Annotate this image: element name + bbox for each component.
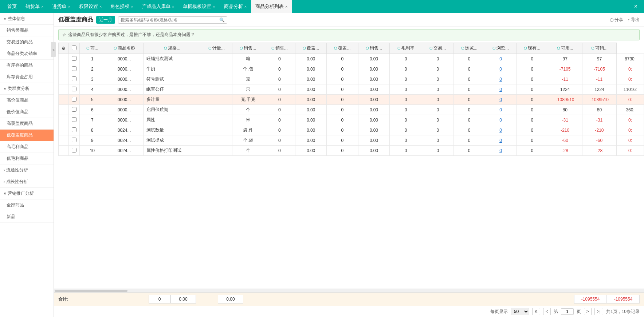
sidebar-item-low-profit[interactable]: 低毛利商品	[0, 153, 54, 165]
row-trade: 0	[453, 135, 485, 146]
row-checkbox[interactable]	[69, 115, 80, 125]
th-cover1[interactable]: ⬡覆盖...	[295, 43, 326, 54]
close-icon[interactable]: ×	[41, 4, 43, 9]
nav-item-sales[interactable]: 销货单 ×	[21, 0, 48, 13]
th-current[interactable]: ⬡现有...	[517, 43, 548, 54]
th-available[interactable]: ⬡可用...	[548, 43, 582, 54]
th-checkbox[interactable]	[69, 43, 80, 54]
th-settings[interactable]: ⚙	[59, 43, 69, 54]
th-spec[interactable]: ⬡规格...	[144, 43, 201, 54]
th-name[interactable]: ⬡商品名称	[105, 43, 144, 54]
th-saleable[interactable]: ⬡可销...	[582, 43, 616, 54]
row-checkbox[interactable]	[69, 95, 80, 105]
nav-item-roles[interactable]: 角色授权 ×	[106, 0, 137, 13]
page-size-select[interactable]: 50 100 200	[511, 308, 529, 315]
close-icon[interactable]: ×	[213, 4, 215, 9]
sidebar-item-traded-goods[interactable]: 交易过的商品	[0, 36, 54, 48]
th-sales3[interactable]: ⬡销售...	[358, 43, 389, 54]
row-checkbox[interactable]	[69, 135, 80, 146]
nav-item-goods-analysis-list[interactable]: 商品分析列表 ×	[251, 0, 292, 13]
window-close-button[interactable]: ×	[631, 3, 641, 10]
row-trade: 0	[453, 74, 485, 84]
row-checkbox[interactable]	[69, 84, 80, 95]
close-icon[interactable]: ×	[99, 4, 102, 9]
row-browse1[interactable]: 0	[485, 135, 516, 146]
close-icon[interactable]: ×	[131, 4, 133, 9]
nav-item-purchase[interactable]: 进货单 ×	[48, 0, 74, 13]
th-sales1[interactable]: ⬡销售...	[232, 43, 264, 54]
th-cover2[interactable]: ⬡覆盖...	[327, 43, 358, 54]
row-browse1[interactable]: 0	[485, 84, 516, 95]
sidebar-section-growth[interactable]: › 成长性分析	[0, 176, 54, 188]
row-browse1[interactable]: 0	[485, 105, 516, 115]
nav-item-goods-analysis[interactable]: 商品分析 ×	[220, 0, 251, 13]
row-checkbox[interactable]	[69, 64, 80, 74]
row-cover2: 0.00	[358, 84, 389, 95]
row-checkbox[interactable]	[69, 125, 80, 135]
row-checkbox[interactable]	[69, 54, 80, 64]
row-checkbox[interactable]	[69, 105, 80, 115]
search-icon[interactable]: 🔍	[219, 17, 225, 23]
period-button[interactable]: 近一月	[96, 16, 115, 24]
search-input[interactable]	[121, 17, 218, 23]
export-button[interactable]: ↑ 导出	[628, 17, 640, 23]
scrollbar-thumb[interactable]	[55, 290, 127, 292]
row-browse1[interactable]: 0	[485, 146, 516, 156]
close-icon[interactable]: ×	[172, 4, 174, 9]
close-icon[interactable]: ×	[244, 4, 247, 9]
table-container[interactable]: ⚙ ⬡商... ⬡商品名称 ⬡规格... ⬡计量... ⬡销售... ⬡销售..…	[54, 43, 644, 289]
th-profit[interactable]: ⬡毛利率	[389, 43, 422, 54]
sidebar-item-all-goods[interactable]: 全部商品	[0, 199, 54, 211]
sidebar-item-high-value[interactable]: 高价值商品	[0, 95, 54, 106]
last-page-button[interactable]: >|	[594, 308, 603, 315]
nav-item-templates[interactable]: 单据模板设置 ×	[178, 0, 219, 13]
next-page-button[interactable]: >	[584, 308, 592, 315]
search-box[interactable]: 🔍	[118, 16, 227, 24]
sidebar-item-low-coverage[interactable]: 低覆盖度商品	[0, 130, 54, 141]
sidebar-item-sales-goods[interactable]: 销售类商品	[0, 25, 54, 36]
row-checkbox[interactable]	[69, 146, 80, 156]
close-icon[interactable]: ×	[285, 4, 287, 9]
close-icon[interactable]: ×	[68, 4, 70, 9]
share-button[interactable]: ⬡ 分享	[610, 17, 623, 23]
row-available: -60	[582, 135, 616, 146]
th-browse2[interactable]: ⬡浏览...	[485, 43, 516, 54]
sidebar-item-category-rate[interactable]: 商品分类动销率	[0, 48, 54, 60]
th-browse1[interactable]: ⬡浏览...	[453, 43, 485, 54]
row-browse2: 0	[517, 54, 548, 64]
horizontal-scrollbar[interactable]	[54, 289, 644, 292]
sidebar-collapse-button[interactable]: «	[51, 42, 56, 57]
first-page-button[interactable]: K	[532, 308, 540, 315]
row-browse1[interactable]: 0	[485, 115, 516, 125]
row-sales2: 0.00	[295, 146, 326, 156]
sidebar-item-high-coverage[interactable]: 高覆盖度商品	[0, 118, 54, 130]
row-browse1[interactable]: 0	[485, 54, 516, 64]
th-unit[interactable]: ⬡计量...	[201, 43, 232, 54]
sidebar-item-low-value[interactable]: 低价值商品	[0, 106, 54, 118]
th-trade[interactable]: ⬡交易...	[422, 43, 453, 54]
sidebar-item-high-profit[interactable]: 高毛利商品	[0, 141, 54, 153]
sidebar-section-circulation[interactable]: › 流通性分析	[0, 165, 54, 176]
sidebar-item-stock-funds[interactable]: 库存资金占用	[0, 71, 54, 83]
nav-item-products[interactable]: 产成品入库单 ×	[138, 0, 178, 13]
select-all-checkbox[interactable]	[72, 45, 76, 50]
current-page-input[interactable]: 1	[561, 308, 574, 315]
row-browse1[interactable]: 0	[485, 125, 516, 135]
prev-page-button[interactable]: <	[543, 308, 551, 315]
th-code[interactable]: ⬡商...	[80, 43, 105, 54]
row-checkbox[interactable]	[69, 74, 80, 84]
row-settings	[59, 115, 69, 125]
sidebar-item-new-goods[interactable]: 新品	[0, 211, 54, 223]
nav-item-home[interactable]: 首页	[3, 0, 21, 13]
row-browse2: 0	[517, 146, 548, 156]
sidebar-section-cluster[interactable]: ∨ 类群度分析	[0, 83, 54, 95]
row-browse1[interactable]: 0	[485, 95, 516, 105]
row-browse1[interactable]: 0	[485, 64, 516, 74]
row-browse1[interactable]: 0	[485, 74, 516, 84]
sidebar-item-stocked-goods[interactable]: 有库存的商品	[0, 60, 54, 71]
sidebar-section-overall[interactable]: ∨ 整体信息	[0, 13, 54, 25]
sidebar-section-marketing[interactable]: ∨ 营销推广分析	[0, 188, 54, 199]
th-sales2[interactable]: ⬡销售...	[264, 43, 295, 54]
total-spacer2	[196, 298, 218, 301]
nav-item-permissions[interactable]: 权限设置 ×	[75, 0, 106, 13]
